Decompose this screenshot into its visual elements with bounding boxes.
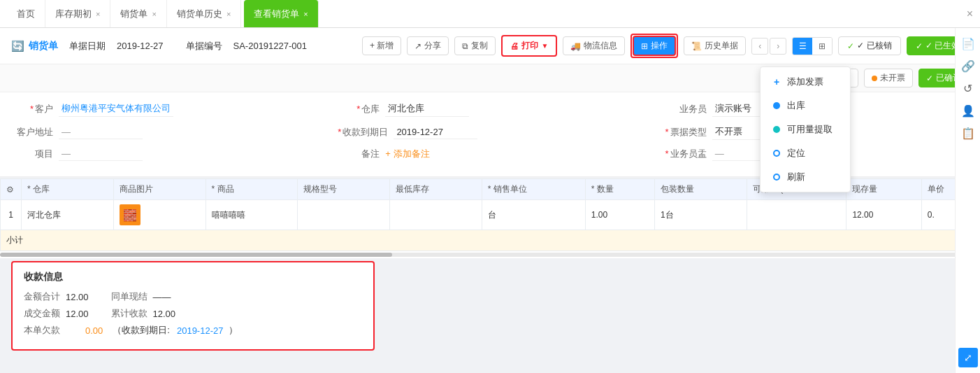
project-label: 项目: [11, 148, 53, 160]
balance-note: （收款到期日:: [113, 324, 170, 337]
amount-total-field: 金额合计 12.00: [24, 290, 89, 303]
payment-row-2: 成交金额 12.00 累计收款 12.00: [24, 307, 362, 320]
sidebar-icon-5[interactable]: 📋: [958, 123, 978, 143]
row-product: 嘻嘻嘻嘻: [206, 200, 298, 230]
history-icon: 📜: [691, 41, 702, 51]
available-qty-item[interactable]: 可用量提取: [761, 118, 850, 141]
next-button[interactable]: ›: [770, 38, 786, 55]
sidebar-icon-3[interactable]: ↺: [958, 78, 978, 98]
balance-label: 本单欠款: [24, 324, 80, 337]
scrollbar-thumb: [0, 253, 392, 257]
tab-inventory[interactable]: 库存期初 ×: [45, 0, 110, 27]
table-row: 1 河北仓库 🧱 嘻嘻嘻嘻 台 1.00 1台 12.00 0.: [1, 200, 980, 230]
same-order-label: 同单现结: [111, 290, 147, 303]
tab-home[interactable]: 首页: [7, 0, 45, 27]
payment-title: 收款信息: [24, 271, 362, 283]
doc-header: 🔄 销货单 单据日期 2019-12-27 单据编号 SA-20191227-0…: [0, 28, 980, 64]
row-quantity: 1.00: [585, 200, 654, 230]
copy-icon: ⧉: [462, 41, 468, 51]
check-icon-cancelled: ✓: [847, 41, 854, 51]
sidebar-icon-4[interactable]: 👤: [958, 101, 978, 120]
prev-button[interactable]: ‹: [751, 38, 768, 55]
doc-number-value: SA-20191227-001: [233, 41, 308, 51]
tab-view-sales-close[interactable]: ×: [303, 10, 308, 18]
staff-label: 业务员: [665, 103, 707, 115]
balance-field: 本单欠款 0.00 （收款到期日: 2019-12-27 ）: [24, 324, 238, 337]
doc-date-label: 单据日期: [69, 40, 106, 52]
doc-number-label: 单据编号: [186, 40, 222, 52]
row-index: 1: [1, 200, 22, 230]
tab-sales-history-close[interactable]: ×: [226, 10, 231, 18]
view-toggle: ☰ ⊞: [792, 37, 833, 55]
balance-note-end: ）: [229, 324, 238, 337]
horizontal-scrollbar[interactable]: [0, 253, 980, 257]
row-unit: 台: [482, 200, 585, 230]
new-button[interactable]: + 新增: [362, 36, 401, 55]
outbound-item[interactable]: 出库: [761, 94, 850, 118]
product-col-header: * 商品: [206, 179, 298, 200]
tab-bar: 首页 库存期初 × 销货单 × 销货单历史 × 查看销货单 × ×: [0, 0, 980, 28]
row-image: 🧱: [113, 200, 206, 230]
unit-col-header: * 销售单位: [482, 179, 585, 200]
add-remark-button[interactable]: + 添加备注: [385, 148, 429, 160]
locate-item[interactable]: 定位: [761, 141, 850, 165]
transaction-value: 12.00: [66, 309, 89, 319]
history-button[interactable]: 📜 历史单据: [684, 36, 746, 55]
print-button[interactable]: 🖨 打印 ▼: [503, 37, 555, 55]
grid-view-button[interactable]: ⊞: [812, 38, 832, 55]
add-invoice-item[interactable]: + 添加发票: [761, 70, 850, 94]
same-order-field: 同单现结 ——: [111, 290, 171, 303]
payment-date-label: 收款到期日: [338, 126, 388, 139]
row-current-stock: 12.00: [846, 200, 921, 230]
refresh-icon: [772, 172, 781, 182]
list-view-button[interactable]: ☰: [793, 38, 812, 55]
customer-value[interactable]: 柳州粤港平安气体有限公司: [59, 101, 173, 117]
payment-section: 收款信息 金额合计 12.00 同单现结 —— 成交金额 12.00 累计收款 …: [11, 261, 375, 351]
operations-button[interactable]: ⊞ 操作: [633, 36, 676, 56]
payment-date-value: 2019-12-27: [394, 125, 477, 139]
operations-highlight: ⊞ 操作: [630, 34, 678, 58]
tab-sales-history[interactable]: 销货单历史 ×: [167, 0, 241, 27]
sidebar-icon-2[interactable]: 🔗: [958, 56, 978, 76]
subtotal-row: 小计: [1, 230, 980, 251]
share-button[interactable]: ↗ 分享: [407, 36, 449, 55]
not-open-button[interactable]: 未开票: [864, 69, 913, 87]
row-available: [747, 200, 846, 230]
copy-button[interactable]: ⧉ 复制: [454, 36, 496, 55]
spec-col-header: 规格型号: [298, 179, 390, 200]
logistics-button[interactable]: 🚚 物流信息: [563, 36, 625, 55]
sidebar-icon-1[interactable]: 📄: [958, 34, 978, 53]
address-label: 客户地址: [11, 126, 53, 139]
refresh-item[interactable]: 刷新: [761, 165, 850, 189]
right-sidebar: 📄 🔗 ↺ 👤 📋 ⤢: [955, 28, 980, 373]
settings-col-header[interactable]: ⚙: [1, 179, 22, 200]
balance-value: 0.00: [85, 325, 103, 336]
tab-inventory-close[interactable]: ×: [96, 10, 100, 18]
warehouse-value: 河北仓库: [385, 101, 469, 117]
customer-label: 客户: [11, 103, 53, 115]
add-invoice-icon: +: [772, 77, 781, 87]
payment-row-1: 金额合计 12.00 同单现结 ——: [24, 290, 362, 303]
row-min-stock: [390, 200, 482, 230]
settings-icon: ⚙: [6, 185, 14, 195]
window-close-icon[interactable]: ×: [967, 8, 973, 20]
subtotal-cell: 小计: [1, 230, 980, 251]
print-highlight: 🖨 打印 ▼: [501, 35, 557, 57]
tab-sales[interactable]: 销货单 ×: [110, 0, 166, 27]
print-dropdown-arrow: ▼: [541, 42, 548, 50]
operations-dropdown: + 添加发票 出库 可用量提取 定位 刷新: [760, 66, 851, 192]
doc-date-value: 2019-12-27: [117, 41, 164, 51]
warehouse-field: 仓库 河北仓库: [338, 101, 642, 117]
tab-view-sales[interactable]: 查看销货单 ×: [244, 0, 318, 27]
project-field: 项目 —: [11, 147, 315, 161]
locate-icon: [772, 148, 781, 158]
payment-row-3: 本单欠款 0.00 （收款到期日: 2019-12-27 ）: [24, 324, 362, 337]
tab-sales-close[interactable]: ×: [152, 10, 156, 18]
quantity-col-header: * 数量: [585, 179, 654, 200]
sidebar-expand-button[interactable]: ⤢: [958, 348, 978, 367]
available-qty-icon: [772, 125, 781, 134]
row-warehouse: 河北仓库: [22, 200, 114, 230]
cancelled-status-button[interactable]: ✓ ✓ 已核销: [838, 36, 900, 55]
image-col-header: 商品图片: [113, 179, 206, 200]
doc-title: 🔄 销货单: [11, 40, 58, 52]
